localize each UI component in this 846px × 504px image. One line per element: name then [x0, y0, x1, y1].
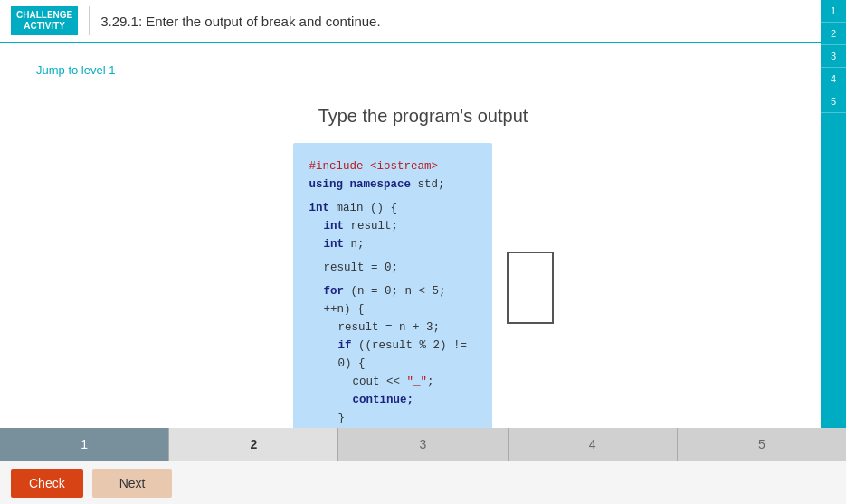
- sidebar-num-3: 3: [821, 45, 846, 68]
- next-button[interactable]: Next: [92, 469, 173, 498]
- step-1[interactable]: 1: [0, 428, 169, 461]
- step-3[interactable]: 3: [338, 428, 508, 461]
- code-line-3a: int: [309, 202, 330, 214]
- step-4[interactable]: 4: [509, 428, 678, 461]
- challenge-badge: CHALLENGE ACTIVITY: [11, 6, 78, 35]
- step-5[interactable]: 5: [678, 428, 846, 461]
- sidebar-num-5: 5: [821, 90, 846, 113]
- jump-to-level-link[interactable]: Jump to level 1: [18, 52, 133, 88]
- sidebar-num-2: 2: [821, 23, 846, 45]
- sidebar-num-4: 4: [821, 68, 846, 90]
- sidebar-num-1: 1: [821, 0, 846, 23]
- code-line-1a: #include <iostream>: [309, 160, 439, 173]
- step-bar: 1 2 3 4 5: [0, 428, 846, 461]
- answer-input[interactable]: [507, 252, 554, 324]
- activity-title: 3.29.1: Enter the output of break and co…: [100, 14, 380, 29]
- check-button[interactable]: Check: [11, 469, 83, 498]
- step-2[interactable]: 2: [169, 428, 338, 461]
- prompt-title: Type the program's output: [318, 106, 528, 127]
- header: CHALLENGE ACTIVITY 3.29.1: Enter the out…: [0, 0, 846, 43]
- code-line-2a: using namespace: [309, 178, 412, 191]
- bottom-bar: Check Next: [0, 461, 846, 504]
